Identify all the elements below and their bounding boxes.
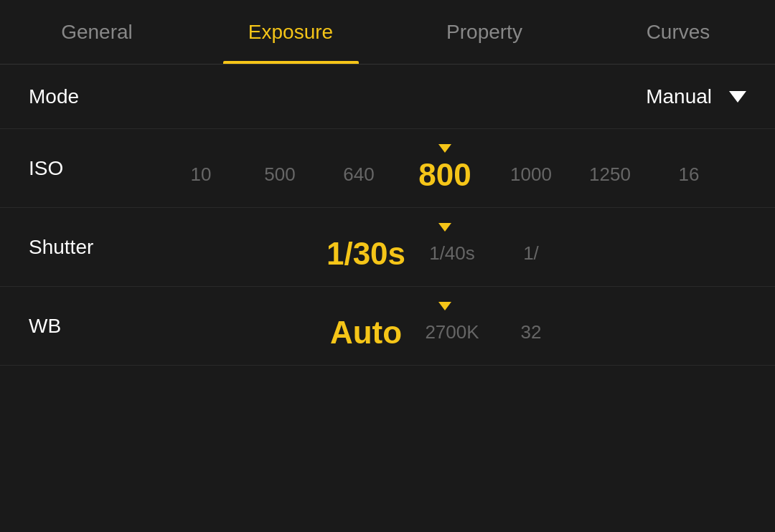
mode-value: Manual bbox=[646, 85, 712, 108]
shutter-val-2: 1/ bbox=[492, 242, 570, 265]
mode-value-area[interactable]: Manual bbox=[144, 85, 746, 108]
iso-val-active: 800 bbox=[398, 157, 492, 193]
tab-general[interactable]: General bbox=[0, 0, 194, 64]
tab-curves[interactable]: Curves bbox=[581, 0, 775, 64]
iso-slider[interactable]: 10 500 640 800 1000 1250 16 bbox=[144, 144, 746, 193]
wb-label: WB bbox=[29, 315, 144, 338]
shutter-label: Shutter bbox=[29, 236, 144, 259]
iso-row: ISO 10 500 640 800 1000 1250 16 bbox=[0, 129, 775, 208]
shutter-row: Shutter 1/30s 1/40s 1/ bbox=[0, 208, 775, 287]
shutter-values-strip: 1/30s 1/40s 1/ bbox=[144, 236, 746, 272]
wb-row: WB Auto 2700K 32 bbox=[0, 287, 775, 366]
wb-val-active: Auto bbox=[319, 315, 413, 351]
mode-label: Mode bbox=[29, 85, 144, 108]
tab-bar: General Exposure Property Curves bbox=[0, 0, 775, 65]
iso-val-5: 1250 bbox=[570, 163, 649, 186]
iso-val-2: 640 bbox=[319, 163, 398, 186]
wb-val-2: 32 bbox=[492, 321, 570, 343]
iso-indicator-arrow bbox=[438, 144, 451, 153]
shutter-indicator-arrow bbox=[438, 223, 451, 232]
iso-val-4: 1000 bbox=[492, 163, 570, 186]
iso-val-1: 500 bbox=[240, 163, 319, 186]
shutter-val-active: 1/30s bbox=[319, 236, 413, 272]
wb-slider[interactable]: Auto 2700K 32 bbox=[144, 302, 746, 351]
shutter-val-1: 1/40s bbox=[413, 242, 492, 265]
wb-indicator-arrow bbox=[438, 302, 451, 310]
tab-exposure[interactable]: Exposure bbox=[194, 0, 388, 64]
iso-values-strip: 10 500 640 800 1000 1250 16 bbox=[144, 157, 746, 193]
tab-property[interactable]: Property bbox=[388, 0, 581, 64]
mode-dropdown-arrow[interactable] bbox=[729, 91, 746, 103]
content-area: Mode Manual ISO 10 500 640 800 1000 1250… bbox=[0, 65, 775, 366]
iso-val-0: 10 bbox=[161, 163, 240, 186]
mode-row: Mode Manual bbox=[0, 65, 775, 129]
wb-values-strip: Auto 2700K 32 bbox=[144, 315, 746, 351]
iso-val-6: 16 bbox=[649, 163, 728, 186]
shutter-slider[interactable]: 1/30s 1/40s 1/ bbox=[144, 223, 746, 272]
wb-val-1: 2700K bbox=[413, 321, 492, 343]
iso-label: ISO bbox=[29, 157, 144, 180]
